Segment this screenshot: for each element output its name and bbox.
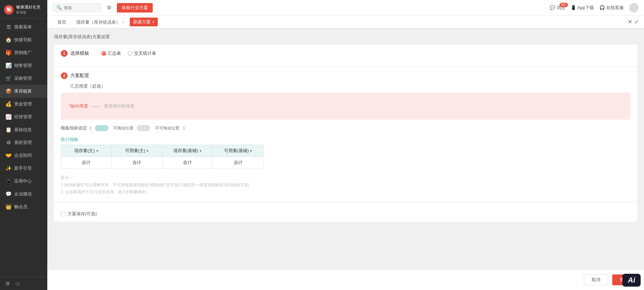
sidebar-item-search-menu[interactable]: ☰ 搜索菜单 (0, 21, 47, 33)
radio-summary-circle (101, 51, 106, 56)
col-label-0: 现存量(主) (74, 148, 95, 154)
sidebar-item-purchase[interactable]: 🛒 采购管理 (0, 72, 47, 85)
sidebar-item-wechat[interactable]: 💬 企业微信 (0, 188, 47, 200)
sound-icon[interactable]: ◁ (15, 281, 19, 287)
col-label-3: 可用量(基辅) (224, 148, 249, 154)
stats-table: 现存量(主) ▾ 可用量(主) ▾ 现存量(基辅) ▾ 可用量(基辅) ▾ (61, 145, 264, 169)
col-header-3[interactable]: 可用量(基辅) ▾ (213, 145, 263, 156)
tab-new-close-icon[interactable]: × (152, 20, 154, 24)
page-title: 现存量(库存状况表)方案设置 (54, 34, 637, 40)
search-menu-icon: ☰ (5, 24, 11, 30)
sidebar-item-marketing[interactable]: 🎁 营销推广 (0, 46, 47, 59)
radio-summary-label: 汇总表 (108, 50, 121, 56)
tab-bar: 首页 现存量（库存状况表） × 新建方案 × ✕ ⤢ (47, 16, 644, 28)
quick-nav-icon: 🏠 (5, 37, 11, 43)
footer-bar: 取消 查询 (47, 269, 644, 290)
ai-badge[interactable]: Ai (622, 274, 641, 287)
stats-title: 统计指标 (61, 137, 630, 143)
dimension-label: 汇总维度（必选） (70, 83, 630, 89)
cancel-button[interactable]: 取消 (584, 274, 608, 285)
col-sub-1: 合计 (112, 156, 163, 168)
sidebar-item-management[interactable]: 📈 经营管理 (0, 111, 47, 123)
fixed-tag (137, 125, 150, 131)
logo-text-block: 畅康通好生意 标准版 (16, 5, 41, 15)
col-dropdown-3[interactable]: ▾ (250, 149, 252, 153)
topbar: 🔍 ⚙ 体验行业方案 💬 消息 99+ 📱 App下载 🎧 在线客服 (47, 0, 644, 16)
col-sub-3: 合计 (213, 156, 263, 168)
dimension-area[interactable]: *纵向维度 —— 请选择分组维度 (61, 93, 630, 120)
sidebar-item-label: 库存核算 (14, 88, 32, 94)
tab-home-label: 首页 (57, 19, 66, 25)
settings-bottom-icon[interactable]: ⚙ (5, 281, 10, 287)
radio-cross[interactable]: 交叉统计表 (128, 50, 156, 56)
window-close-icon[interactable]: ✕ (628, 19, 632, 25)
sidebar-logo: 畅 畅康通好生意 标准版 (0, 0, 47, 19)
sidebar-item-basic[interactable]: 📋 基础信息 (0, 123, 47, 136)
col-dropdown-2[interactable]: ▾ (200, 149, 202, 153)
col-sub-2: 合计 (163, 156, 213, 168)
radio-summary[interactable]: 汇总表 (101, 50, 121, 56)
col-dropdown-1[interactable]: ▾ (147, 149, 149, 153)
sidebar-item-system[interactable]: ⚙ 系统管理 (0, 136, 47, 149)
template-radio-group: 汇总表 交叉统计表 (101, 50, 156, 56)
sidebar-item-label: 企业协同 (14, 152, 32, 159)
col-header-0[interactable]: 现存量(主) ▾ (61, 145, 112, 156)
user-avatar[interactable] (629, 3, 639, 13)
col-sub-text-3: 合计 (234, 160, 243, 166)
topbar-search-box[interactable]: 🔍 (53, 3, 101, 12)
search-input[interactable] (64, 5, 98, 10)
window-expand-icon[interactable]: ⤢ (634, 19, 639, 25)
sidebar-item-apps[interactable]: 📱 应用中心 (0, 175, 47, 188)
sidebar-item-label: 搜索菜单 (14, 24, 32, 30)
fixed-label: 不可拖动位置 (155, 125, 179, 131)
message-badge: 99+ (560, 3, 568, 7)
step2-title: 方案配置 (70, 73, 89, 79)
col-header-1[interactable]: 可用量(主) ▾ (112, 145, 163, 156)
sidebar-item-label: 经营管理 (14, 114, 32, 120)
app-label: App下载 (577, 5, 594, 11)
online-service-btn[interactable]: 🎧 在线客服 (599, 5, 624, 11)
save-option[interactable]: 方案保存(可选) (61, 211, 630, 217)
tab-home[interactable]: 首页 (53, 16, 71, 28)
sidebar-item-label: 采购管理 (14, 75, 32, 81)
col-dropdown-0[interactable]: ▾ (96, 149, 98, 153)
message-icon: 💬 (550, 5, 555, 10)
radio-cross-circle (128, 51, 132, 56)
dimension-placeholder: 请选择分组维度 (104, 103, 134, 109)
app-download-btn[interactable]: 📱 App下载 (571, 5, 594, 11)
sidebar-item-label: 基础信息 (14, 127, 32, 133)
col-label-2: 现存量(基辅) (173, 148, 198, 154)
stats-table-header: 现存量(主) ▾ 可用量(主) ▾ 现存量(基辅) ▾ 可用量(基辅) ▾ (61, 145, 263, 156)
indicator-settings: 模板指标设定（ 可拖动位置 不可拖动位置 ） (61, 125, 630, 131)
sidebar-item-contract[interactable]: 🤝 企业协同 (0, 149, 47, 162)
sidebar-item-sales[interactable]: 📊 销售管理 (0, 59, 47, 72)
search-icon: 🔍 (56, 5, 62, 10)
sidebar-item-label: 快捷导航 (14, 37, 32, 43)
radio-cross-label: 交叉统计表 (134, 50, 156, 56)
tip-1: 1.拖动标题栏可以调整布局，不可跨维度或指标区域拖动栏目字段(只能在同一维度或指… (61, 182, 630, 189)
step1-badge: 1 (61, 50, 68, 57)
sidebar-item-label: 应用中心 (14, 178, 32, 184)
tab-inventory-close[interactable]: × (122, 20, 124, 24)
sidebar-item-guide[interactable]: ✨ 新手引导 (0, 162, 47, 175)
col-sub-text-1: 合计 (132, 160, 141, 166)
contract-icon: 🤝 (5, 152, 11, 159)
sidebar-item-label: 资金管理 (14, 101, 32, 107)
sidebar-item-finance[interactable]: 💰 资金管理 (0, 98, 47, 111)
trial-btn[interactable]: 体验行业方案 (117, 3, 153, 13)
messages-btn[interactable]: 💬 消息 99+ (550, 5, 565, 11)
save-checkbox[interactable] (61, 212, 66, 216)
step2-section: 2 方案配置 汇总维度（必选） *纵向维度 —— 请选择分组维度 模板指标设定（… (54, 67, 637, 201)
sidebar-item-label: 系统管理 (14, 140, 32, 146)
col-sub-text-0: 合计 (82, 160, 91, 166)
topbar-settings-icon[interactable]: ⚙ (107, 4, 112, 11)
tab-new[interactable]: 新建方案 × (130, 18, 158, 26)
col-header-2[interactable]: 现存量(基辅) ▾ (163, 145, 213, 156)
wechat-icon: 💬 (5, 191, 11, 197)
sidebar-item-member[interactable]: 👑 畅会员 (0, 200, 47, 213)
tab-inventory-label: 现存量（库存状况表） (76, 19, 120, 25)
sidebar-item-inventory[interactable]: 📦 库存核算 (0, 85, 47, 98)
step2-badge: 2 (61, 72, 68, 79)
tab-inventory[interactable]: 现存量（库存状况表） × (72, 16, 129, 28)
sidebar-item-quick-nav[interactable]: 🏠 快捷导航 (0, 33, 47, 46)
